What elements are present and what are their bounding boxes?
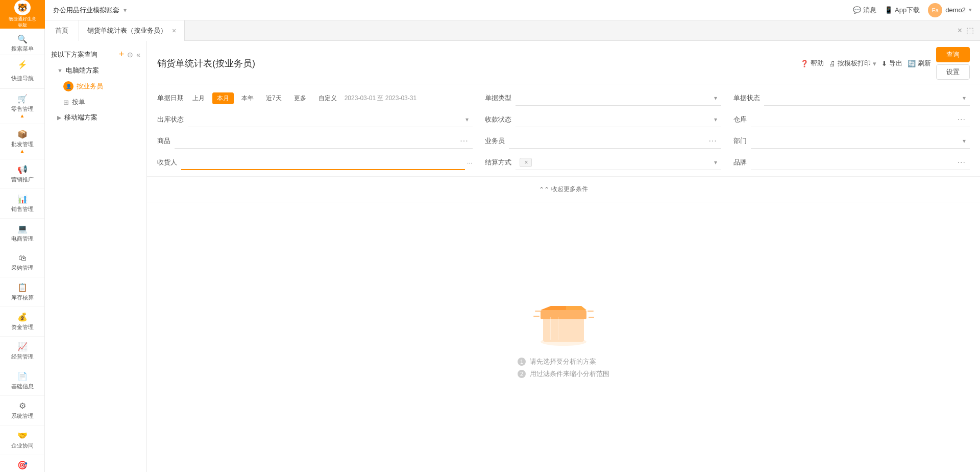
download-icon: 📱 bbox=[885, 6, 893, 14]
copy-scheme-btn[interactable]: ⊙ bbox=[127, 51, 133, 59]
salesman-dots: ··· bbox=[708, 136, 717, 146]
goods-select[interactable]: ··· bbox=[175, 133, 473, 149]
brand-label: 品牌 bbox=[733, 158, 747, 167]
sidebar-item-corp[interactable]: 🤝 企业协同 bbox=[0, 426, 44, 455]
brand-select[interactable]: ··· bbox=[751, 155, 970, 170]
tip-text-1: 请先选择要分析的方案 bbox=[530, 357, 596, 366]
tree-expand-icon: ▼ bbox=[57, 67, 63, 74]
collapse-label: 收起更多条件 bbox=[551, 185, 588, 194]
wholesale-icon: 📦 bbox=[17, 129, 28, 139]
page-header-actions: ❓ 帮助 🖨 按模板打印 ▾ ⬇ 导出 🔄 刷新 bbox=[800, 47, 970, 80]
query-button[interactable]: 查询 bbox=[936, 47, 970, 62]
settle-label: 结算方式 bbox=[485, 158, 511, 167]
sidebar-logo[interactable]: 🐯 畅捷通好生意 标版 bbox=[0, 0, 45, 29]
sidebar-item-sales[interactable]: 📊 销售管理 bbox=[0, 189, 44, 219]
operation-label: 经营管理 bbox=[11, 353, 34, 361]
export-btn[interactable]: ⬇ 导出 bbox=[881, 59, 902, 68]
date-btn-7days[interactable]: 近7天 bbox=[261, 92, 286, 104]
brand-dots: ··· bbox=[958, 158, 966, 167]
sidebar-item-purchase[interactable]: 🛍 采购管理 bbox=[0, 248, 44, 277]
page-header: 销货单统计表(按业务员) ❓ 帮助 🖨 按模板打印 ▾ ⬇ 导出 bbox=[147, 41, 980, 84]
date-btn-last-month[interactable]: 上月 bbox=[188, 92, 209, 104]
sidebar-item-finance[interactable]: 💰 资金管理 bbox=[0, 307, 44, 337]
left-panel-title: 按以下方案查询 bbox=[51, 50, 97, 59]
sidebar-item-marketing[interactable]: 📢 营销推广 bbox=[0, 159, 44, 189]
maximize-btn[interactable]: ⬚ bbox=[966, 26, 974, 35]
sidebar-item-inventory[interactable]: 📋 库存核算 bbox=[0, 277, 44, 307]
tree-pc-section[interactable]: ▼ 电脑端方案 bbox=[45, 63, 146, 78]
sidebar-item-basic[interactable]: 📄 基础信息 bbox=[0, 366, 44, 396]
settle-tag-close[interactable]: × bbox=[525, 159, 528, 166]
tab-home[interactable]: 首页 bbox=[45, 20, 79, 41]
consignee-dots[interactable]: ··· bbox=[467, 159, 473, 167]
sidebar-item-guide[interactable]: 🎯 新手引导 bbox=[0, 455, 44, 472]
sidebar-item-wholesale[interactable]: 📦 批发管理 ▲ bbox=[0, 124, 44, 159]
collapse-more-btn[interactable]: ⌃⌃ 收起更多条件 bbox=[535, 181, 592, 198]
dept-select[interactable]: ▾ bbox=[751, 133, 970, 149]
recv-status-select[interactable]: ▾ bbox=[516, 112, 721, 127]
empty-svg bbox=[533, 296, 594, 347]
collapse-panel-btn[interactable]: « bbox=[136, 51, 140, 59]
home-label: 首页 bbox=[55, 26, 68, 35]
salesman-scheme-label: 按业务员 bbox=[77, 82, 103, 91]
purchase-label: 采购管理 bbox=[11, 264, 34, 272]
settings-button[interactable]: 设置 bbox=[936, 64, 970, 80]
consignee-input[interactable] bbox=[181, 155, 465, 170]
print-btn[interactable]: 🖨 按模板打印 ▾ bbox=[829, 59, 876, 68]
filter-warehouse: 仓库 ··· bbox=[733, 112, 970, 127]
ecommerce-label: 电商管理 bbox=[11, 235, 34, 243]
tab-bar: 首页 销货单统计表（按业务员） × × ⬚ bbox=[45, 20, 980, 41]
date-btn-custom[interactable]: 自定义 bbox=[314, 92, 341, 104]
tip-num-2: 2 bbox=[518, 370, 526, 378]
search-nav-item[interactable]: 🔍 搜索菜单 bbox=[0, 29, 44, 55]
sidebar-item-ecommerce[interactable]: 💻 电商管理 bbox=[0, 219, 44, 248]
bill-scheme-label: 按单 bbox=[72, 98, 85, 107]
guide-icon: 🎯 bbox=[17, 460, 28, 470]
retail-label: 零售管理 bbox=[11, 105, 34, 113]
filter-settle: 结算方式 × ▾ bbox=[485, 155, 721, 170]
help-btn[interactable]: ❓ 帮助 bbox=[800, 59, 824, 68]
refresh-btn[interactable]: 🔄 刷新 bbox=[908, 59, 931, 68]
operation-icon: 📈 bbox=[17, 342, 28, 351]
date-btn-this-year[interactable]: 本年 bbox=[237, 92, 258, 104]
message-icon: 💬 bbox=[853, 6, 861, 14]
marketing-icon: 📢 bbox=[17, 164, 28, 174]
tree-mobile-section[interactable]: ▶ 移动端方案 bbox=[45, 110, 146, 125]
corp-icon: 🤝 bbox=[17, 431, 28, 440]
system-icon: ⚙ bbox=[19, 401, 26, 411]
tree-item-salesman[interactable]: 👤 按业务员 bbox=[45, 78, 146, 95]
refresh-icon: 🔄 bbox=[908, 60, 916, 67]
warehouse-select[interactable]: ··· bbox=[751, 112, 970, 127]
out-status-select[interactable]: ▾ bbox=[188, 112, 473, 127]
close-window-btn[interactable]: × bbox=[958, 26, 962, 35]
tree-item-bill[interactable]: ⊞ 按单 bbox=[45, 95, 146, 110]
settle-select[interactable]: × ▾ bbox=[516, 155, 721, 170]
app-download-btn[interactable]: 📱 App下载 bbox=[885, 6, 920, 15]
breadcrumb-arrow: ▾ bbox=[124, 7, 127, 14]
sidebar-item-operation[interactable]: 📈 经营管理 bbox=[0, 337, 44, 366]
salesman-select[interactable]: ··· bbox=[509, 133, 721, 149]
tab-active[interactable]: 销货单统计表（按业务员） × bbox=[79, 20, 185, 41]
tab-close-btn[interactable]: × bbox=[172, 27, 176, 35]
bill-type-arrow: ▾ bbox=[714, 95, 717, 102]
logo-text: 畅捷通好生意 bbox=[9, 16, 36, 22]
quick-nav-item[interactable]: ⚡ 快捷导航 bbox=[0, 55, 44, 89]
user-profile[interactable]: Ea demo2 ▾ bbox=[928, 3, 972, 17]
print-label: 按模板打印 bbox=[838, 59, 871, 68]
recv-status-label: 收款状态 bbox=[485, 115, 511, 124]
query-settings-group: 查询 设置 bbox=[936, 47, 970, 80]
top-header-right: 💬 消息 📱 App下载 Ea demo2 ▾ bbox=[853, 3, 972, 17]
message-btn[interactable]: 💬 消息 bbox=[853, 6, 876, 15]
sidebar-item-system[interactable]: ⚙ 系统管理 bbox=[0, 396, 44, 426]
bill-icon: ⊞ bbox=[63, 99, 69, 106]
corp-label: 企业协同 bbox=[11, 442, 34, 450]
empty-tip-2: 2 用过滤条件来缩小分析范围 bbox=[518, 369, 609, 379]
sidebar-item-retail[interactable]: 🛒 零售管理 ▲ bbox=[0, 89, 44, 124]
add-scheme-btn[interactable]: + bbox=[119, 49, 125, 60]
date-btn-more[interactable]: 更多 bbox=[289, 92, 311, 104]
svg-rect-2 bbox=[541, 310, 586, 319]
bill-type-select[interactable]: ▾ bbox=[516, 90, 721, 106]
bill-status-select[interactable]: ▾ bbox=[764, 90, 970, 106]
bill-status-label: 单据状态 bbox=[733, 93, 760, 103]
date-btn-this-month[interactable]: 本月 bbox=[212, 92, 234, 104]
